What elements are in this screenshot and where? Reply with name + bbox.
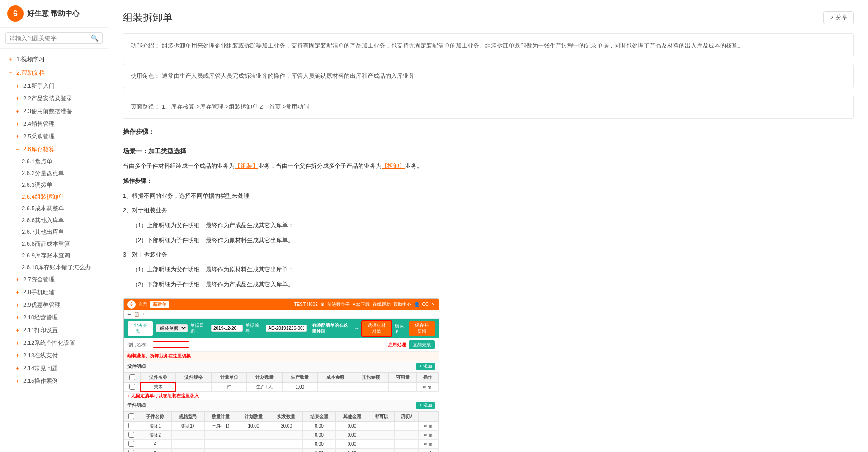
search-icon[interactable]: 🔍 (91, 34, 99, 42)
nav-child-label: 2.3使用前数据准备 (23, 107, 72, 115)
search-input[interactable] (9, 35, 91, 42)
sidebar-item-otherinstock[interactable]: 2.6.6其他入库单 (0, 214, 108, 226)
mock-num-input[interactable] (266, 325, 307, 332)
mock-dept-input[interactable] (153, 341, 189, 348)
mock-top-right: TEST-H002 ⚙ 前进数单子 App下载 在线帮助 帮助中心 👤 CC ✕ (294, 301, 435, 308)
function-intro-text: 组装拆卸单用来处理企业组装或拆卸等加工业务，支持有固定装配清单的产品加工业务，也… (162, 42, 744, 49)
mock-lower-del-2[interactable]: 🗑 (429, 433, 433, 438)
mock-back-icon[interactable]: ⬅ (127, 312, 131, 317)
mock-app-window: 6 自营 新建单 TEST-H002 ⚙ 前进数单子 App下载 在线帮助 帮助… (123, 298, 439, 452)
mock-row-unit: 件 (211, 382, 246, 391)
sidebar-item-transfer[interactable]: 2.6.3调拨单 (0, 179, 108, 191)
sidebar-item-mobile[interactable]: ＋ 2.8手机旺辅 (0, 286, 108, 299)
sidebar-item-inventory[interactable]: － 2.6库存核算 (0, 143, 108, 156)
mock-lower-edit-3[interactable]: ✏ (424, 442, 427, 447)
mock-btn-select[interactable]: 选择对材料单 (361, 320, 392, 337)
mock-select-all[interactable] (129, 374, 135, 380)
sidebar-item-otheroutstock[interactable]: 2.6.7其他出库单 (0, 226, 108, 238)
sidebar: 6 好生意 帮助中心 🔍 ＋ 1.视频学习 － 2.帮助文档 ＋ 2.1新手入门… (0, 0, 108, 452)
sidebar-item-print[interactable]: ＋ 2.11打印设置 (0, 324, 108, 337)
step2: 2、对于组装业务 (123, 205, 854, 216)
mock-add-upper-btn[interactable]: + 添加 (416, 363, 435, 370)
mock-th-unit: 计量单位 (211, 372, 246, 382)
mock-row-other (353, 382, 388, 391)
sidebar-item-sales[interactable]: ＋ 2.4销售管理 (0, 118, 108, 130)
mock-lower-select-all[interactable] (128, 413, 134, 419)
share-button[interactable]: ➚ 分享 (823, 11, 854, 24)
sidebar-item-stocktake[interactable]: 2.6.1盘点单 (0, 156, 108, 167)
mock-lower-other-1: 0.00 (335, 422, 368, 431)
nav-child-label: 2.4销售管理 (23, 120, 55, 128)
mock-lower-name-1: 集团1 (139, 422, 172, 431)
logo-icon: 6 (7, 5, 24, 22)
mock-btn-apply[interactable]: 立刻完成 (409, 340, 435, 349)
nav-child-label: 2.9优惠券管理 (23, 301, 61, 309)
sidebar-item-purchase[interactable]: ＋ 2.5采购管理 (0, 130, 108, 143)
mock-lower-row-check-1[interactable] (128, 423, 134, 428)
mock-btn-save[interactable]: 保存并新增 (409, 321, 435, 336)
sidebar-item-newbie[interactable]: ＋ 2.1新手入门 (0, 80, 108, 92)
mock-th-checkbox (124, 372, 141, 382)
nav-child-label: 2.14常见问题 (23, 364, 58, 372)
mock-upper-table: 父件名称 父件规格 计量单位 计划数量 生产数量 成本金额 其他金额 可用量 操… (124, 372, 439, 392)
mock-lower-del-1[interactable]: 🗑 (429, 423, 433, 428)
screenshot-container: 6 自营 新建单 TEST-H002 ⚙ 前进数单子 App下载 在线帮助 帮助… (123, 298, 439, 452)
mock-date-input[interactable] (211, 325, 243, 332)
sidebar-item-costadjust[interactable]: 2.6.5成本调整单 (0, 203, 108, 214)
mock-delete-icon[interactable]: 🗑 (428, 385, 432, 390)
sidebar-item-faq[interactable]: ＋ 2.14常见问题 (0, 362, 108, 375)
sidebar-item-assembly[interactable]: 2.6.4组装拆卸单 (0, 191, 108, 203)
nav-tree: ＋ 1.视频学习 － 2.帮助文档 ＋ 2.1新手入门 ＋ 2.2产品安装及登录… (0, 49, 108, 452)
mock-window-id: TEST-H002 (294, 302, 318, 307)
sidebar-item-video[interactable]: ＋ 1.视频学习 (0, 52, 108, 66)
sidebar-item-ops[interactable]: ＋ 2.10经营管理 (0, 311, 108, 324)
step2-2: （2）下部明细为子件明细，最终作为原材料生成其它出库单。 (132, 235, 854, 246)
role-label: 使用角色： (131, 72, 160, 79)
expand-icon: ＋ (14, 133, 20, 141)
nav-child-label: 2.13在线支付 (23, 352, 58, 360)
mock-lower-row-check-4[interactable] (128, 450, 134, 452)
mock-row-check[interactable] (129, 384, 135, 390)
steps-heading: 操作步骤： (123, 126, 854, 138)
mock-lower-label: 子件明细 (127, 402, 146, 409)
mock-lower-edit-2[interactable]: ✏ (424, 433, 427, 438)
mock-nav-item4: 帮助中心 (393, 301, 411, 308)
mock-annotation-text2: 启用处理 (388, 342, 406, 348)
mock-lower-edit-1[interactable]: ✏ (424, 423, 427, 428)
sidebar-item-stockquery[interactable]: 2.6.9库存账本查询 (0, 250, 108, 262)
sidebar-header: 6 好生意 帮助中心 (0, 0, 108, 28)
mock-btn-addnew[interactable]: 业务类型： (127, 321, 153, 336)
mock-type-select[interactable]: 组装单据 拆卸单据 (156, 324, 188, 332)
mock-row-checkbox (124, 382, 141, 391)
expand-icon: ＋ (14, 377, 20, 385)
mock-edit-icon[interactable]: ✏ (423, 385, 426, 390)
expand-icon: ＋ (14, 120, 20, 128)
sidebar-item-costrecalc[interactable]: 2.6.8商品成本重算 (0, 238, 108, 250)
collapse-icon: － (7, 69, 14, 77)
path-label: 页面路径： (131, 103, 160, 110)
mock-close-icon[interactable]: ✕ (431, 302, 435, 307)
sidebar-item-partialstocktake[interactable]: 2.6.2分量盘点单 (0, 167, 108, 179)
mock-lth-planned: 计划数量 (237, 412, 270, 422)
mock-lower-row-check-3[interactable] (128, 441, 134, 447)
sidebar-item-coupon[interactable]: ＋ 2.9优惠券管理 (0, 299, 108, 311)
sidebar-item-payment[interactable]: ＋ 2.13在线支付 (0, 349, 108, 362)
function-intro-block: 功能介绍： 组装拆卸单用来处理企业组装或拆卸等加工业务，支持有固定装配清单的产品… (123, 33, 854, 57)
disassemble-link[interactable]: 【拆卸】 (382, 162, 405, 169)
sidebar-item-finance[interactable]: ＋ 2.7资金管理 (0, 273, 108, 286)
sidebar-item-stockfix[interactable]: 2.6.10库存账本错了怎么办 (0, 262, 108, 273)
mock-sub-nav: ⬅ 📋 + (124, 310, 439, 319)
mock-add-lower-btn[interactable]: + 添加 (416, 402, 435, 409)
sidebar-item-dataprep[interactable]: ＋ 2.3使用前数据准备 (0, 105, 108, 118)
collapse-icon: － (14, 145, 20, 153)
mock-active-tab[interactable]: 新建单 (150, 301, 169, 308)
sidebar-item-cases[interactable]: ＋ 2.15操作案例 (0, 375, 108, 387)
mock-lth-checkbox (124, 412, 139, 422)
mock-lower-row-check-2[interactable] (128, 432, 134, 438)
mock-lower-del-3[interactable]: 🗑 (429, 442, 433, 447)
step3-2: （2）下部明细为子件明细，最终作为产成品生成其它入库单。 (132, 279, 854, 290)
sidebar-item-docs[interactable]: － 2.帮助文档 (0, 66, 108, 80)
assemble-link[interactable]: 【组装】 (235, 162, 258, 169)
sidebar-item-settings[interactable]: ＋ 2.12系统个性化设置 (0, 337, 108, 349)
sidebar-item-install[interactable]: ＋ 2.2产品安装及登录 (0, 92, 108, 105)
